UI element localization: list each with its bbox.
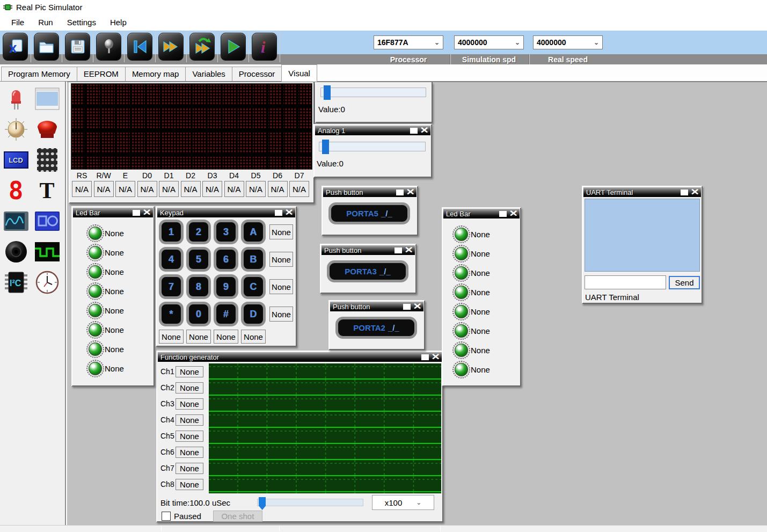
send-button[interactable]: Send — [669, 276, 700, 289]
palette-item-knob[interactable] — [3, 116, 29, 142]
channel-assign-button[interactable]: None — [176, 447, 203, 458]
analog-slider[interactable] — [319, 142, 426, 151]
keypad-key-4[interactable]: 4 — [159, 247, 184, 272]
close-icon[interactable]: ✕ — [509, 210, 518, 217]
palette-item-seven-segment[interactable]: 8 — [3, 178, 29, 203]
keypad-col-assign-button[interactable]: None — [269, 252, 293, 267]
led-pin-label[interactable]: None — [105, 364, 124, 373]
keypad-key-A[interactable]: A — [241, 220, 266, 244]
window-titlebar[interactable]: Led Bar ✕ — [73, 208, 153, 217]
menu-run[interactable]: Run — [31, 16, 60, 29]
channel-assign-button[interactable]: None — [176, 463, 203, 474]
close-icon[interactable]: ✕ — [142, 209, 151, 216]
window-titlebar[interactable]: Push button ✕ — [330, 302, 423, 311]
reset-button[interactable] — [127, 33, 152, 61]
palette-item-lcd[interactable]: LCD — [3, 147, 29, 173]
led-pin-label[interactable]: None — [471, 346, 490, 355]
palette-item-uart-terminal[interactable] — [34, 86, 60, 112]
window-titlebar[interactable]: Push button ✕ — [323, 187, 417, 197]
pin-assign-button[interactable]: N/A — [115, 181, 135, 197]
channel-assign-button[interactable]: None — [176, 479, 203, 490]
keypad-row-assign-button[interactable]: None — [214, 330, 238, 344]
led-pin-label[interactable]: None — [105, 306, 124, 315]
pin-assign-button[interactable]: N/A — [159, 181, 179, 197]
sim-speed-select[interactable]: 4000000 ⌄ — [454, 35, 524, 49]
minimize-button[interactable] — [396, 190, 404, 195]
keypad-key-6[interactable]: 6 — [214, 247, 238, 272]
run-button[interactable] — [221, 33, 246, 61]
keypad-row-assign-button[interactable]: None — [159, 330, 184, 344]
palette-item-function-generator[interactable] — [34, 239, 60, 265]
keypad-key-9[interactable]: 9 — [214, 274, 238, 299]
led-pin-label[interactable]: None — [105, 267, 124, 276]
palette-item-text-label[interactable]: T — [34, 178, 60, 203]
uart-input[interactable] — [585, 275, 666, 289]
window-titlebar[interactable]: Function generator ✕ — [158, 352, 442, 362]
multiplier-select[interactable]: x100 ⌄ — [372, 495, 434, 510]
porta2-push-button[interactable]: PORTA2 _/_ — [335, 317, 417, 339]
close-icon[interactable]: ✕ — [406, 188, 415, 196]
step-over-button[interactable] — [189, 33, 215, 61]
led-pin-label[interactable]: None — [471, 307, 490, 316]
bit-time-slider[interactable] — [257, 499, 363, 506]
palette-item-i2c[interactable]: I²C — [3, 269, 29, 295]
pin-button[interactable] — [96, 33, 121, 61]
keypad-key-B[interactable]: B — [241, 247, 266, 272]
led-pin-label[interactable]: None — [471, 230, 490, 239]
porta5-push-button[interactable]: PORTA5 _/_ — [328, 202, 410, 224]
close-icon[interactable]: ✕ — [284, 209, 294, 216]
keypad-key-2[interactable]: 2 — [186, 220, 211, 244]
pin-assign-button[interactable]: N/A — [181, 181, 201, 197]
keypad-key-7[interactable]: 7 — [159, 274, 184, 299]
tab-variables[interactable]: Variables — [185, 67, 232, 81]
led-pin-label[interactable]: None — [471, 365, 490, 374]
channel-assign-button[interactable]: None — [176, 366, 203, 377]
close-icon[interactable]: ✕ — [431, 353, 440, 361]
led-pin-label[interactable]: None — [105, 345, 124, 354]
paused-checkbox[interactable] — [162, 512, 171, 521]
pin-assign-button[interactable]: N/A — [246, 181, 266, 197]
palette-item-speaker[interactable] — [3, 239, 29, 265]
minimize-button[interactable] — [421, 354, 429, 360]
keypad-col-assign-button[interactable]: None — [269, 224, 293, 239]
slider-thumb[interactable] — [324, 85, 331, 100]
keypad-col-assign-button[interactable]: None — [269, 307, 293, 322]
window-titlebar[interactable]: Keypad ✕ — [157, 208, 295, 217]
save-button[interactable] — [65, 33, 90, 61]
pin-assign-button[interactable]: N/A — [94, 181, 114, 197]
keypad-row-assign-button[interactable]: None — [241, 330, 266, 344]
keypad-col-assign-button[interactable]: None — [269, 279, 293, 294]
led-pin-label[interactable]: None — [471, 249, 490, 258]
pin-assign-button[interactable]: N/A — [202, 181, 222, 197]
window-titlebar[interactable]: Led Bar ✕ — [443, 209, 520, 218]
minimize-button[interactable] — [410, 128, 418, 134]
minimize-button[interactable] — [681, 190, 688, 195]
window-titlebar[interactable]: Push button ✕ — [322, 245, 415, 255]
keypad-key-0[interactable]: 0 — [186, 302, 211, 326]
minimize-button[interactable] — [395, 247, 402, 253]
analog-slider[interactable] — [320, 88, 426, 97]
keypad-key-C[interactable]: C — [241, 274, 266, 299]
pin-assign-button[interactable]: N/A — [137, 181, 157, 197]
pin-assign-button[interactable]: N/A — [268, 181, 288, 197]
tab-visual[interactable]: Visual — [281, 64, 317, 82]
minimize-button[interactable] — [403, 304, 411, 310]
led-pin-label[interactable]: None — [471, 268, 490, 278]
porta3-push-button[interactable]: PORTA3 _/_ — [327, 260, 408, 282]
keypad-key-D[interactable]: D — [241, 302, 266, 326]
keypad-row-assign-button[interactable]: None — [186, 330, 211, 344]
led-pin-label[interactable]: None — [105, 248, 124, 257]
channel-assign-button[interactable]: None — [176, 382, 203, 393]
close-icon[interactable]: ✕ — [404, 246, 413, 254]
keypad-key-3[interactable]: 3 — [214, 220, 238, 244]
pin-assign-button[interactable]: N/A — [289, 181, 309, 197]
info-button[interactable]: i — [252, 33, 277, 61]
tab-program-memory[interactable]: Program Memory — [1, 67, 77, 81]
channel-assign-button[interactable]: None — [176, 431, 203, 442]
minimize-button[interactable] — [499, 211, 507, 217]
led-pin-label[interactable]: None — [105, 325, 124, 334]
keypad-key-8[interactable]: 8 — [186, 274, 211, 299]
minimize-button[interactable] — [133, 210, 140, 216]
tab-eeprom[interactable]: EEPROM — [77, 67, 126, 81]
led-pin-label[interactable]: None — [105, 229, 124, 238]
